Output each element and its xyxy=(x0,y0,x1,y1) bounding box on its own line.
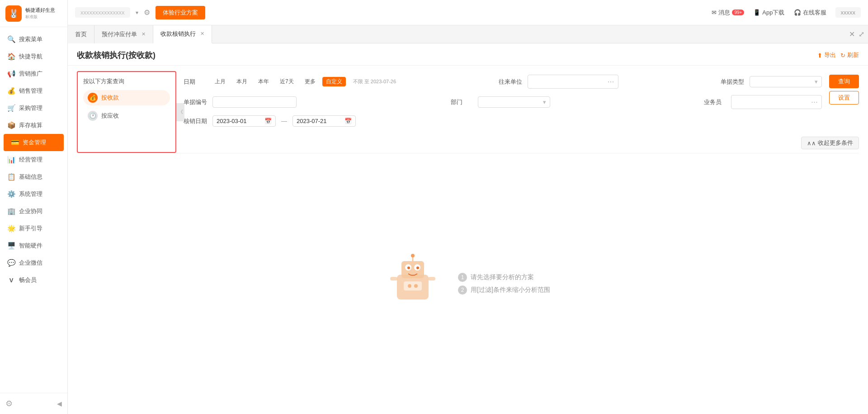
tab-expand-icon[interactable]: ⤢ xyxy=(859,30,864,38)
topbar-dropdown-arrow[interactable]: ▾ xyxy=(136,10,138,16)
management-icon: 📊 xyxy=(7,156,15,164)
filter-rows: 日期 上月 本月 本年 近7天 更多 自定义 xyxy=(184,75,822,133)
bill-no-label: 单据编号 xyxy=(184,98,207,106)
collapse-sidebar-icon[interactable]: ◀ xyxy=(57,400,62,407)
sidebar-item-label: 快捷导航 xyxy=(19,52,42,61)
sidebar-item-guide[interactable]: 🌟 新手引导 xyxy=(0,220,67,237)
filter-row-2: 单据编号 部门 ▾ xyxy=(184,95,822,109)
page-header-btns: ⬆ 导出 ↻ 刷新 xyxy=(817,51,859,59)
calendar-start-icon[interactable]: 📅 xyxy=(264,118,272,124)
sidebar-bottom: ⚙ ◀ xyxy=(0,393,67,414)
topbar-gear-icon[interactable]: ⚙ xyxy=(144,8,150,17)
verification-end-text: 2023-07-21 xyxy=(297,118,327,124)
topbar-brand: xxxxxxxxxxxxxxx xyxy=(75,7,130,18)
counterpart-input[interactable] xyxy=(532,78,608,85)
sidebar-item-search[interactable]: 🔍 搜索菜单 xyxy=(0,31,67,48)
sidebar-item-basic[interactable]: 📋 基础信息 xyxy=(0,168,67,186)
counterpart-label: 往来单位 xyxy=(499,78,522,86)
setting-button[interactable]: 设置 xyxy=(829,91,859,105)
sidebar-item-company[interactable]: 🏢 企业协同 xyxy=(0,203,67,220)
search-icon: 🔍 xyxy=(7,35,15,43)
sidebar-item-hardware[interactable]: 🖥️ 智能硬件 xyxy=(0,237,67,254)
sidebar-item-inventory[interactable]: 📦 库存核算 xyxy=(0,117,67,134)
staff-input-dots[interactable]: ··· xyxy=(811,97,818,107)
topbar: xxxxxxxxxxxxxxx ▾ ⚙ 体验行业方案 ✉ 消息 99+ 📱 Ap… xyxy=(68,0,868,25)
headset-icon: 🎧 xyxy=(794,9,801,16)
service-btn[interactable]: 🎧 在线客服 xyxy=(794,9,826,17)
tab-receivables[interactable]: 收款核销执行 ✕ xyxy=(153,25,212,43)
verification-start-date[interactable]: 2023-03-01 📅 xyxy=(212,115,276,127)
sidebar-item-marketing[interactable]: 📢 营销推广 xyxy=(0,65,67,82)
sidebar-item-quicknav[interactable]: 🏠 快捷导航 xyxy=(0,48,67,65)
filter-option-receipt[interactable]: 💰 按收款 xyxy=(83,90,170,105)
filter-option-receivable-label: 按应收 xyxy=(101,112,119,120)
bill-no-input-wrap xyxy=(212,96,297,108)
date-btn-this-month[interactable]: 本月 xyxy=(232,76,251,87)
sidebar-item-member[interactable]: V 畅会员 xyxy=(0,271,67,289)
sidebar-item-purchase[interactable]: 🛒 采购管理 xyxy=(0,100,67,117)
message-label: 消息 xyxy=(718,9,730,17)
svg-point-7 xyxy=(411,254,415,257)
svg-rect-10 xyxy=(404,281,422,290)
content-area: 收款核销执行(按收款) ⬆ 导出 ↻ 刷新 按以下方案查询 💰 xyxy=(68,43,868,414)
tab-close-all-icon[interactable]: ✕ xyxy=(849,30,855,38)
tab-receivables-close-icon[interactable]: ✕ xyxy=(200,31,204,37)
logo-icon: 🐰 xyxy=(5,5,22,22)
query-button[interactable]: 查询 xyxy=(829,75,859,88)
filter-collapse-btn[interactable]: 《 xyxy=(176,103,184,121)
counterpart-input-dots[interactable]: ··· xyxy=(608,77,614,86)
user-area[interactable]: xxxxx xyxy=(835,7,861,18)
sidebar-logo: 🐰 畅捷通好生意 标准版 xyxy=(0,0,67,27)
sidebar-item-label: 搜索菜单 xyxy=(19,35,42,43)
tip-num-2: 2 xyxy=(458,286,467,295)
sidebar-item-system[interactable]: ⚙️ 系统管理 xyxy=(0,186,67,203)
dept-label: 部门 xyxy=(451,98,472,106)
refresh-btn[interactable]: ↻ 刷新 xyxy=(840,51,859,59)
tab-prepay[interactable]: 预付冲应付单 ✕ xyxy=(94,25,153,43)
finance-icon: 💳 xyxy=(11,138,19,147)
query-btns: 查询 设置 xyxy=(829,75,859,105)
tab-actions: ✕ ⤢ xyxy=(849,30,868,38)
sidebar-item-sales[interactable]: 💰 销售管理 xyxy=(0,82,67,100)
svg-point-11 xyxy=(408,284,411,288)
sidebar-item-finance[interactable]: 💳 资金管理 xyxy=(4,134,64,151)
filter-row-3: 核销日期 2023-03-01 📅 — 2023-07-21 📅 xyxy=(184,115,822,127)
topbar-right: ✉ 消息 99+ 📱 App下载 🎧 在线客服 xxxxx xyxy=(712,7,861,18)
bill-type-label: 单据类型 xyxy=(721,78,744,86)
sidebar-item-label: 采购管理 xyxy=(19,104,42,112)
date-btn-this-year[interactable]: 本年 xyxy=(254,76,273,87)
dept-select[interactable]: ▾ xyxy=(478,96,550,108)
date-btn-more[interactable]: 更多 xyxy=(301,76,320,87)
main-content: xxxxxxxxxxxxxxx ▾ ⚙ 体验行业方案 ✉ 消息 99+ 📱 Ap… xyxy=(68,0,868,414)
company-icon: 🏢 xyxy=(7,207,15,215)
tab-receivables-label: 收款核销执行 xyxy=(160,30,196,38)
staff-input[interactable] xyxy=(735,99,811,105)
empty-state: 1 请先选择要分析的方案 2 用[过滤]条件来缩小分析范围 xyxy=(68,153,868,414)
app-download-btn[interactable]: 📱 App下载 xyxy=(753,9,784,17)
industry-btn[interactable]: 体验行业方案 xyxy=(156,6,205,19)
date-btn-last-month[interactable]: 上月 xyxy=(211,76,230,87)
bill-no-input[interactable] xyxy=(217,99,292,105)
receivable-icon: 🕐 xyxy=(88,111,98,121)
message-btn[interactable]: ✉ 消息 99+ xyxy=(712,9,744,17)
filter-option-receipt-label: 按收款 xyxy=(101,94,119,102)
bill-type-select[interactable]: ▾ xyxy=(750,76,822,87)
verification-end-date[interactable]: 2023-07-21 📅 xyxy=(292,115,356,127)
logo-text: 畅捷通好生意 xyxy=(25,7,55,14)
empty-tips: 1 请先选择要分析的方案 2 用[过滤]条件来缩小分析范围 xyxy=(458,273,550,295)
basic-icon: 📋 xyxy=(7,173,15,181)
settings-icon[interactable]: ⚙ xyxy=(5,399,13,409)
collapse-more-btn[interactable]: ∧∧ 收起更多条件 xyxy=(801,137,859,149)
filter-option-receivable[interactable]: 🕐 按应收 xyxy=(83,108,170,124)
tab-home[interactable]: 首页 xyxy=(68,25,94,43)
receipt-icon: 💰 xyxy=(88,93,98,103)
date-custom-badge[interactable]: 自定义 xyxy=(322,77,346,86)
sidebar-item-wechat[interactable]: 💬 企业微信 xyxy=(0,254,67,271)
tab-prepay-close-icon[interactable]: ✕ xyxy=(142,31,146,37)
sidebar-item-management[interactable]: 📊 经营管理 xyxy=(0,151,67,168)
calendar-end-icon[interactable]: 📅 xyxy=(344,118,352,124)
export-btn[interactable]: ⬆ 导出 xyxy=(817,51,836,59)
date-btn-7days[interactable]: 近7天 xyxy=(276,76,298,87)
sidebar-item-label: 销售管理 xyxy=(19,87,42,95)
date-sub-text: 不限 至 2023-07-26 xyxy=(353,78,396,85)
